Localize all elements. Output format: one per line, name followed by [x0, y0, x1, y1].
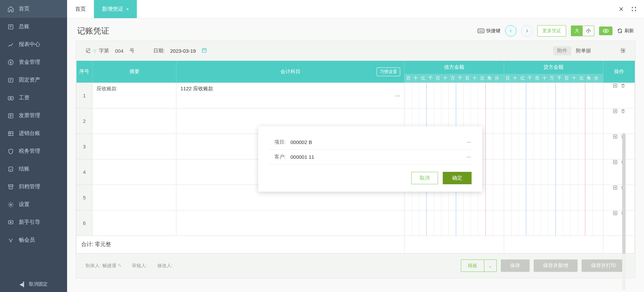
credit-cell[interactable] — [504, 134, 603, 159]
insert-row-icon[interactable] — [612, 210, 618, 216]
scrollbar[interactable] — [622, 133, 626, 290]
credit-cell[interactable] — [504, 210, 603, 236]
customer-input[interactable]: 000001 11 — [290, 154, 462, 160]
col-credit: 贷方金额 — [504, 61, 603, 74]
svg-point-12 — [605, 30, 606, 32]
sidebar-item-home[interactable]: 首页 — [0, 0, 67, 18]
col-account: 会计科目习惯设置 — [176, 61, 405, 83]
svg-rect-3 — [8, 96, 13, 100]
sidebar-item-vip[interactable]: 畅会员 — [0, 231, 67, 249]
sidebar: 首页 总账 报表中心 资金管理 固定资产 工资 发票管理 进销台账 税务管理 结… — [0, 0, 67, 292]
sidebar-unpin[interactable]: ◀▎取消固定 — [0, 277, 67, 292]
type-label: 记 — [86, 48, 91, 54]
insert-row-icon[interactable] — [612, 108, 618, 114]
insert-row-icon[interactable] — [612, 159, 618, 165]
sidebar-item-stock[interactable]: 进销台账 — [0, 125, 67, 142]
row-ops — [603, 83, 635, 108]
sidebar-item-label: 总账 — [19, 23, 30, 30]
template-button[interactable]: 模板⌄ — [461, 259, 497, 272]
tabbar: 首页 新增凭证× — [67, 0, 644, 18]
popup-cancel-button[interactable]: 取消 — [411, 172, 438, 184]
invoice-icon — [7, 112, 14, 119]
col-debit: 借方金额 — [405, 61, 504, 74]
calendar-icon[interactable] — [201, 47, 207, 54]
summary-cell[interactable] — [93, 134, 176, 159]
habit-settings-button[interactable]: 习惯设置 — [377, 67, 400, 76]
debit-cell[interactable] — [405, 83, 504, 108]
next-voucher-button[interactable] — [521, 25, 533, 37]
summary-cell[interactable] — [93, 210, 176, 236]
insert-row-icon[interactable] — [612, 134, 618, 139]
summary-cell[interactable] — [93, 185, 176, 210]
tab-new-voucher[interactable]: 新增凭证× — [94, 0, 137, 18]
voucher-footer: 制单人: 畅捷通 ✎ 审核人: 修改人: 模板⌄ 保存 保存并新增 保存并打印 — [76, 253, 635, 278]
hotkey-button[interactable]: 快捷键 — [478, 28, 500, 34]
voucher-number[interactable]: 004 — [112, 48, 127, 54]
popup-ok-button[interactable]: 确定 — [443, 172, 472, 184]
archive-icon — [7, 184, 14, 190]
refresh-button[interactable]: 刷新 — [617, 28, 634, 34]
customer-lookup-icon[interactable]: ⋯ — [467, 154, 472, 159]
vip-icon — [7, 237, 14, 244]
sidebar-item-reports[interactable]: 报表中心 — [0, 36, 67, 53]
debit-cell[interactable] — [405, 210, 504, 236]
svg-rect-6 — [8, 132, 13, 136]
date-input[interactable]: 2023-03-19 — [167, 48, 199, 54]
sidebar-item-guide[interactable]: 新手引导 — [0, 213, 67, 231]
credit-cell[interactable] — [504, 185, 603, 210]
project-lookup-icon[interactable]: ⋯ — [467, 140, 472, 145]
more-vouchers-button[interactable]: 更多凭证 — [537, 25, 566, 37]
sidebar-item-tax[interactable]: 税务管理 — [0, 142, 67, 160]
row-index: 5 — [76, 185, 93, 210]
row-index: 4 — [76, 159, 93, 185]
sidebar-item-invoice[interactable]: 发票管理 — [0, 107, 67, 125]
type-dropdown-icon[interactable]: ▽ — [93, 49, 96, 53]
credit-cell[interactable] — [504, 108, 603, 134]
sidebar-item-label: 固定资产 — [19, 77, 40, 84]
visibility-toggle[interactable] — [599, 27, 612, 35]
page-title: 记账凭证 — [77, 26, 109, 36]
project-input[interactable]: 000002 B — [290, 139, 462, 145]
sidebar-item-archive[interactable]: 归档管理 — [0, 178, 67, 196]
delete-row-icon[interactable] — [621, 83, 626, 88]
sidebar-item-ledger[interactable]: 总账 — [0, 18, 67, 36]
total-cell: 合计: 零元整 — [76, 236, 405, 253]
credit-cell[interactable] — [504, 83, 603, 108]
page-header: 记账凭证 快捷键 更多凭证 大 小 刷新 — [67, 18, 644, 41]
sidebar-item-settings[interactable]: 设置 — [0, 196, 67, 213]
sidebar-item-salary[interactable]: 工资 — [0, 89, 67, 107]
insert-row-icon[interactable] — [612, 83, 618, 88]
svg-rect-8 — [8, 185, 13, 186]
close-icon[interactable] — [617, 5, 625, 13]
prev-voucher-button[interactable] — [505, 25, 517, 37]
row-index: 1 — [76, 83, 93, 108]
account-lookup-icon[interactable]: ⋯ — [395, 93, 401, 99]
save-new-button[interactable]: 保存并新增 — [534, 259, 578, 272]
unpin-icon: ◀▎ — [19, 282, 27, 287]
size-small[interactable]: 小 — [583, 26, 594, 36]
fullscreen-icon[interactable] — [630, 5, 638, 13]
tab-close-icon[interactable]: × — [126, 6, 129, 12]
delete-row-icon[interactable] — [621, 108, 626, 114]
summary-cell[interactable]: 应收账款 — [93, 83, 176, 108]
summary-cell[interactable] — [93, 108, 176, 134]
credit-cell[interactable] — [504, 159, 603, 185]
insert-row-icon[interactable] — [612, 185, 618, 190]
size-large[interactable]: 大 — [571, 26, 583, 36]
save-print-button[interactable]: 保存并打印 — [582, 259, 626, 272]
save-button[interactable]: 保存 — [501, 259, 530, 272]
sidebar-item-funds[interactable]: 资金管理 — [0, 53, 67, 71]
sidebar-item-close[interactable]: 结账 — [0, 160, 67, 178]
sidebar-item-label: 发票管理 — [19, 112, 40, 119]
account-cell[interactable]: 1122 应收账款⋯ — [176, 83, 405, 108]
col-summary: 摘要 — [93, 61, 176, 83]
attachment-button[interactable]: 附件 — [553, 46, 571, 55]
row-ops — [603, 134, 635, 159]
edit-maker-icon[interactable]: ✎ — [118, 263, 122, 268]
guide-icon — [7, 219, 14, 226]
sidebar-item-assets[interactable]: 固定资产 — [0, 71, 67, 89]
debit-digits-header: 百十亿千百十万千百十元角分 — [405, 74, 504, 83]
account-cell[interactable] — [176, 210, 405, 236]
summary-cell[interactable] — [93, 159, 176, 185]
tab-home[interactable]: 首页 — [67, 0, 94, 18]
